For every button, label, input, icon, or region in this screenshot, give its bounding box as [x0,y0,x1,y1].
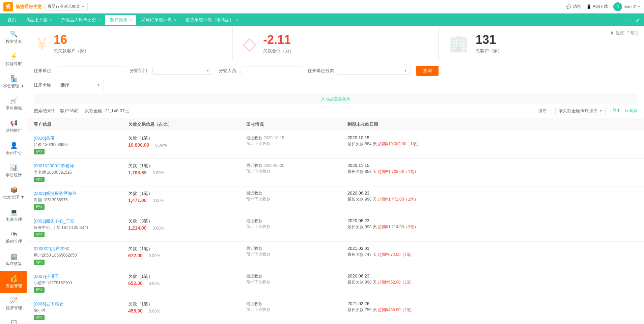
table-row: [0002]服务中心_丁磊 服务中心_丁磊 181 0125 8371 现销 欠… [27,214,644,242]
sidebar-item-batch-mgmt[interactable]: 📦 批发管理 ▼ [0,182,27,204]
sidebar-item-finance[interactable]: 💰 资金管理 [0,271,27,293]
refresh-btn[interactable]: ↻ 刷新 [625,108,637,114]
customer-badge-3: 现销 [34,232,45,237]
close-purchase-order-icon[interactable]: × [174,18,176,22]
customer-link-4[interactable]: [000002]用户2050 [34,246,69,251]
overdue-link-2[interactable]: 超期¥1,471.00（1笔） [378,197,418,202]
customer-link-0[interactable]: [0016]吕俊 [34,136,55,141]
dept-chevron-icon: ▼ [206,69,209,72]
tab-purchase-order[interactable]: 采购订单统计表 × [136,15,180,25]
tab-home[interactable]: 首页 [3,15,21,25]
collapse-filter-btn[interactable]: ⋀ 收起更多条件 [34,94,637,104]
sort-select[interactable]: 按欠款金额倒序排序 ▼ [555,107,606,115]
company-name: 母婴行业演示账套 [48,4,80,9]
sidebar-label-search-menu: 搜索菜单 [6,39,22,45]
close-product-history-icon[interactable]: × [98,18,100,22]
sidebar-label-quick-nav: 快捷导航 [6,61,22,67]
overdue-link-1[interactable]: 超期¥1,703.68（1笔） [378,169,418,174]
overdue-link-4[interactable]: 超期¥672.00（1笔） [378,252,415,257]
customer-link-1[interactable]: [0001020001]李老师 [34,163,74,168]
sidebar-item-member[interactable]: 👤 会员中心 [0,138,27,160]
dept-select[interactable]: ▼ [152,67,213,75]
debt-count-6: 欠款（1笔） [128,301,246,307]
sidebar-item-basic-info[interactable]: 📋 基础信息 [0,315,27,324]
content-area: ¥ 16 总欠款客户（家） ◇ -2.11 欠款合计（万） 🏢 131 总客户（… [27,26,644,324]
manager-input[interactable]: ··· [242,66,302,75]
search-menu-icon: 🔍 [10,30,18,38]
sidebar-item-warehouse[interactable]: 🏢 库存核算 [0,248,27,271]
sidebar-item-retail-mgmt[interactable]: 🏪 零售管理 ▲ [0,71,27,93]
sidebar-item-quick-nav[interactable]: ⚡ 快捷导航 [0,49,27,71]
filter-from-unit: 往来单位 ··· [34,66,124,75]
customer-link-5[interactable]: [0007]小进干 [34,274,59,279]
table-row: [0003]畅捷服务尹海燕 海燕 18513066976 现销 欠款（1笔） 1… [27,186,644,214]
from-unit-input[interactable]: ··· [57,66,124,75]
total-customers-value: 131 [476,33,502,47]
retail-stats-icon: 📊 [10,164,18,171]
close-goods-list-icon[interactable]: × [50,18,52,22]
owing-customers-value: 16 [54,33,89,47]
overdue-link-6[interactable]: 超期¥455.90（1笔） [378,307,415,312]
user-avatar: D [613,2,622,11]
help-btn[interactable]: ? 帮助 [627,30,639,36]
collection-info-5: 最近收款 预计下次收款 [246,273,347,285]
customer-info-5: [0007]小进干 小进干 18279152100 现销 [34,273,128,293]
user-menu[interactable]: D demo2 ▼ [613,2,641,11]
filter-row-1: 往来单位 ··· 分管部门 ▼ 分管人员 ··· [34,66,637,76]
debt-count-2: 欠款（1笔） [128,190,246,197]
tab-goods-list[interactable]: 商品上下架 × [21,15,56,25]
member-icon: 👤 [10,142,18,149]
sidebar-label-warehouse: 库存核算 [6,261,22,267]
stat-card-total-customers: 🏢 131 总客户（家） ▶ 视频 ? 帮助 [439,26,644,61]
collection-info-3: 最近收款 预计下次收款 [246,218,347,230]
col-header-due-date: 到期未收款日期 [347,121,637,127]
logo-text: 畅捷通好生意 [16,4,42,10]
sidebar-item-retail-stats[interactable]: 📊 零售统计 [0,160,27,182]
tab-purchase-stats[interactable]: 进货单统计表（按商品） × [181,15,243,25]
customer-link-6[interactable]: [0006]去下粮仓 [34,301,63,306]
tab-customer-account[interactable]: 客户账本 × [105,15,136,25]
customer-link-2[interactable]: [0003]畅捷服务尹海燕 [34,191,77,196]
sidebar-item-purchase[interactable]: 🛍 采购管理 [0,227,27,248]
sidebar-item-search-menu[interactable]: 🔍 搜索菜单 [0,26,27,49]
overdue-link-0[interactable]: 超期¥10,000.00（1笔） [378,142,421,146]
tab-product-history[interactable]: 产成品入库单历史 × [56,15,105,25]
close-purchase-stats-icon[interactable]: × [236,18,238,22]
debt-count-3: 欠款（3笔） [128,218,246,224]
manager-label: 分管人员 [219,68,239,74]
sidebar-item-ecommerce[interactable]: 💻 电商管理 [0,204,27,227]
table-row: [0007]小进干 小进干 18279152100 现销 欠款（1笔） 652.… [27,269,644,297]
unit-category-select[interactable]: ▼ [337,67,411,75]
filter-row-2: 往来余额 选择... ▼ [34,80,637,90]
sidebar-item-marketing[interactable]: 📢 营销推广 [0,115,27,138]
customer-info-4: [000002]用户2050 用户2050 18665062050 现销 [34,246,128,265]
nav-expand-icon[interactable]: ⤢ [634,16,641,24]
customer-contact-6: 陈小希 [34,308,128,314]
debt-amount-6: 455.90 [128,308,143,314]
due-date-info-6: 2021.02.26 最长欠款 750 天 超期¥455.90（1笔） [347,301,637,313]
close-customer-account-icon[interactable]: × [130,18,132,22]
customer-link-3[interactable]: [0002]服务中心_丁磊 [34,218,75,224]
overdue-link-5[interactable]: 超期¥652.00（1笔） [378,280,415,285]
sidebar-item-retail-mall[interactable]: 🛒 零售商城 [0,93,27,115]
search-button[interactable]: 查询 [416,66,439,76]
overdue-link-3[interactable]: 超期¥1,214.00（3笔） [378,225,418,229]
message-icon: 💬 [566,4,571,9]
message-btn[interactable]: 💬 消息 [566,4,581,9]
company-selector[interactable]: 母婴行业演示账套 ▼ [45,3,88,10]
purchase-icon: 🛍 [11,231,17,238]
due-date-info-1: 2020.11.15 最长欠款 853 天 超期¥1,703.68（1笔） [347,163,637,175]
debt-ratio-5: 0.00% [149,281,160,286]
video-btn[interactable]: ▶ 视频 [611,30,624,36]
customer-info-1: [0001020001]李老师 李老师 18600391516 现销 [34,163,128,182]
sidebar-item-operations[interactable]: 📈 经营管理 [0,293,27,315]
export-btn[interactable]: ↓ 导出 [610,108,621,114]
sidebar-label-ecommerce: 电商管理 [6,217,22,223]
nav-collapse-icon[interactable]: — [624,16,632,24]
sort-label: 排序： [538,108,551,114]
balance-select[interactable]: 选择... ▼ [57,80,104,90]
app-download-btn[interactable]: 📱 App下载 [586,4,608,9]
stat-top-right: ▶ 视频 ? 帮助 [611,30,639,36]
debt-ratio-1: 0.00% [153,171,164,175]
logo-icon: 畅 [3,2,13,11]
